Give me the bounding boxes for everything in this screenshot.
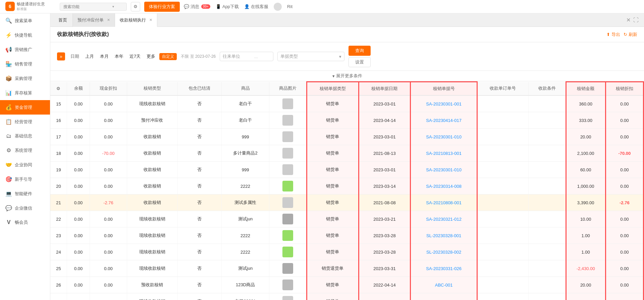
bill-report-link[interactable]: SA-20230331-026: [426, 266, 462, 271]
export-btn[interactable]: ⬆ 导出: [606, 32, 620, 38]
table-row[interactable]: 22 0.00 0.00 现续收款核销 否 测试jun 销货单 2023-03-…: [50, 211, 644, 227]
sidebar-item-operations[interactable]: 📋 经营管理: [0, 115, 50, 129]
table-row[interactable]: 23 0.00 0.00 现续收款核销 否 2222 销货单 2023-03-2…: [50, 227, 644, 244]
table-row[interactable]: 15 0.00 0.00 现线收款核销 否 老白干 销货单 2023-03-01…: [50, 95, 644, 112]
cell-bill-report-no[interactable]: SA-20230301-010: [411, 129, 477, 145]
cell-bill-report-no[interactable]: SA-20210808-001: [411, 195, 477, 211]
cell-bill-report-type: 销货单: [307, 195, 359, 211]
online-service-btn[interactable]: 👤 在线客服: [244, 4, 268, 10]
sidebar-item-system[interactable]: ⚙ 系统管理: [0, 143, 50, 158]
table-row[interactable]: 20 0.00 0.00 收款核销 否 2222 销货单 2023-03-14 …: [50, 178, 644, 195]
bill-report-link[interactable]: SA-20230314-008: [426, 184, 462, 189]
sidebar-item-quick-nav[interactable]: ⚡ 快捷导航: [0, 28, 50, 42]
sidebar-item-inventory[interactable]: 📊 库存核算: [0, 86, 50, 100]
date-btn-thismonth[interactable]: 本月: [98, 53, 111, 60]
cell-bill-report-type: 销货单: [307, 178, 359, 195]
cell-receipt-order-no: [477, 277, 528, 293]
tab-close-receipt[interactable]: ✕: [149, 18, 152, 22]
cell-goods: 测试jun: [221, 260, 269, 277]
tab-prepay[interactable]: 预付冲应付单 ✕: [73, 13, 115, 27]
date-btn-more[interactable]: 更多: [145, 53, 157, 60]
cell-receipt-order-no: [477, 162, 528, 178]
bill-report-link[interactable]: SL-20230408-001: [426, 299, 461, 300]
sidebar-item-collab[interactable]: 🤝 企业协同: [0, 158, 50, 172]
date-btn-7days[interactable]: 近7天: [127, 53, 143, 60]
table-row[interactable]: 17 0.00 0.00 收款核销 否 999 销货单 2023-03-01 S…: [50, 129, 644, 145]
cell-bill-report-no[interactable]: SA-20230314-008: [411, 178, 477, 195]
tab-close-prepay[interactable]: ✕: [107, 18, 110, 22]
avatar[interactable]: [274, 3, 282, 11]
sidebar-item-search[interactable]: 🔍 搜索菜单: [0, 13, 50, 28]
table-row[interactable]: 18 0.00 -70.00 收款核销 否 多计量商品2 销货单 2021-08…: [50, 145, 644, 162]
search-input[interactable]: [63, 4, 110, 9]
settings-icon[interactable]: ⚙: [131, 2, 140, 11]
sidebar-item-sales[interactable]: 🏪 销售管理: [0, 57, 50, 71]
cell-receipt-order-no: [477, 129, 528, 145]
cell-bill-report-no[interactable]: SA-20230301-001: [411, 95, 477, 112]
cell-writeoff-discount: 0.00: [605, 95, 643, 112]
sidebar-item-basics[interactable]: 🗂 基础信息: [0, 129, 50, 143]
expand-more-btn[interactable]: ▾ 展开更多条件: [332, 73, 362, 79]
cell-bill-report-no[interactable]: SA-20210813-001: [411, 145, 477, 162]
cell-id: 22: [50, 211, 67, 227]
table-row[interactable]: 24 0.00 0.00 现续收款核销 否 2222 销货单 2023-03-2…: [50, 244, 644, 260]
bill-report-link[interactable]: SA-20230301-010: [426, 167, 462, 172]
from-unit-select[interactable]: 往来单位 ...: [220, 52, 273, 61]
table-row[interactable]: 19 0.00 0.00 收款核销 否 999 销货单 2023-03-01 S…: [50, 162, 644, 178]
table-row[interactable]: 25 0.00 0.00 现续收款核销 否 测试jun 销货退货单 2023-0…: [50, 260, 644, 277]
bill-report-link[interactable]: SA-20230301-001: [426, 101, 462, 106]
cell-receipt-order-no: [477, 95, 528, 112]
date-btn-lastmonth[interactable]: 上月: [83, 53, 96, 60]
sidebar-item-finance[interactable]: 💰 资金管理: [0, 100, 50, 115]
filter-expand-btn[interactable]: »: [57, 52, 65, 60]
cell-bill-report-no[interactable]: SA-20230414-017: [411, 112, 477, 129]
industry-btn[interactable]: 体验行业方案: [144, 2, 180, 12]
cell-bill-report-no[interactable]: ABC-001: [411, 277, 477, 293]
cell-balance: 0.00: [67, 277, 90, 293]
sidebar-item-purchase[interactable]: 📦 采购管理: [0, 71, 50, 86]
cell-receipt-condition: [529, 227, 566, 244]
query-btn[interactable]: 查询: [348, 46, 371, 56]
sidebar-item-hardware[interactable]: 💻 智能硬件: [0, 186, 50, 201]
cell-bill-report-no[interactable]: SA-20230321-012: [411, 211, 477, 227]
cell-bill-report-no[interactable]: SL-20230328-001: [411, 227, 477, 244]
sidebar-item-wechat[interactable]: 💬 企业微信: [0, 201, 50, 215]
cell-bill-report-no[interactable]: SA-20230331-026: [411, 260, 477, 277]
date-btn-thisyear[interactable]: 本年: [113, 53, 125, 60]
tab-expand-icon[interactable]: ⛶: [633, 17, 639, 23]
bill-type-select[interactable]: 单据类型 ▾: [277, 52, 344, 61]
message-icon: 💬: [184, 4, 189, 9]
bill-report-link[interactable]: SA-20230414-017: [426, 118, 462, 123]
message-btn[interactable]: 💬 消息 99+: [184, 4, 210, 10]
table-row[interactable]: 26 0.00 0.00 预收款核销 否 123D商品 销货单 2022-04-…: [50, 277, 644, 293]
tab-receipt-writeoff[interactable]: 收款核销执行 ✕: [115, 13, 157, 27]
bill-report-link[interactable]: SA-20210808-001: [426, 200, 462, 205]
sidebar-item-member[interactable]: V 畅会员: [0, 215, 50, 229]
table-container[interactable]: ⚙ 余额 现金折扣 核销类型 包含已结清 商品 商品图片 核销单据类型 核销单据…: [50, 81, 644, 300]
sidebar-item-marketing[interactable]: 📢 营销推广: [0, 42, 50, 57]
search-box[interactable]: ▾: [60, 3, 127, 11]
cell-bill-report-no[interactable]: SA-20230301-010: [411, 162, 477, 178]
app-download-btn[interactable]: 📱 App下载: [216, 4, 239, 10]
table-row[interactable]: 16 0.00 0.00 预付冲应收 否 老白干 销货单 2023-04-14 …: [50, 112, 644, 129]
refresh-btn[interactable]: ↻ 刷新: [624, 32, 637, 38]
bill-report-link[interactable]: SA-20210813-001: [426, 151, 462, 156]
table-row[interactable]: 27 0.00 0.00 现续收款核销 否 衣服00001 销货单 2023-0…: [50, 293, 644, 300]
bill-report-link[interactable]: SL-20230328-001: [426, 233, 461, 238]
tab-home[interactable]: 首页: [53, 13, 73, 27]
cell-bill-report-no[interactable]: SL-20230328-002: [411, 244, 477, 260]
handshake-icon: 🤝: [5, 162, 12, 168]
date-btn-custom[interactable]: 自定义: [159, 53, 177, 60]
bill-report-link[interactable]: SA-20230301-010: [426, 134, 462, 139]
bill-report-link[interactable]: ABC-001: [435, 283, 453, 288]
cell-balance: 0.00: [67, 260, 90, 277]
tab-close-all-icon[interactable]: ✕: [626, 17, 631, 23]
cell-writeoff-amount: 20.00: [566, 277, 605, 293]
table-settings-btn[interactable]: 设置: [348, 57, 371, 67]
table-row[interactable]: 21 0.00 -2.76 收款核销 否 测试多属性 销货单 2021-08-0…: [50, 195, 644, 211]
cell-include-settled: 否: [178, 211, 222, 227]
sidebar-item-guide[interactable]: 🎯 新手引导: [0, 172, 50, 186]
cell-bill-report-no[interactable]: SL-20230408-001: [411, 293, 477, 300]
bill-report-link[interactable]: SA-20230321-012: [426, 217, 462, 222]
bill-report-link[interactable]: SL-20230328-002: [426, 250, 461, 255]
